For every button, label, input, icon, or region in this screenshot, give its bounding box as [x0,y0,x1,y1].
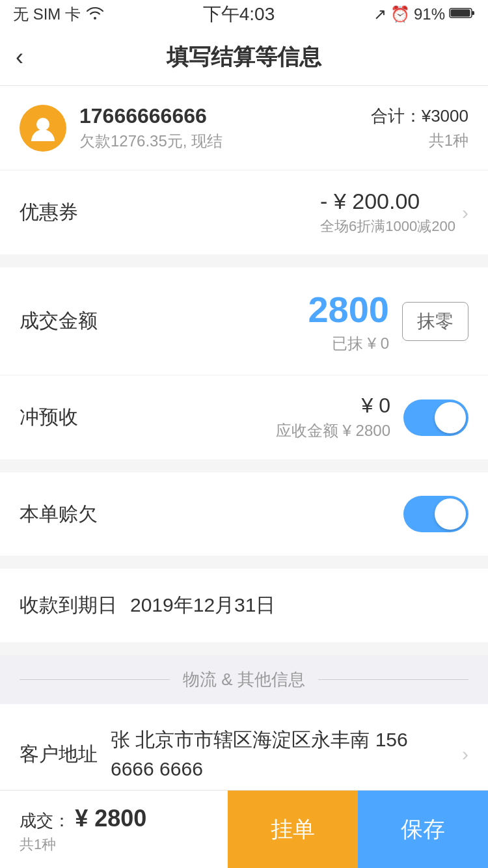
hold-button[interactable]: 挂单 [228,791,358,869]
user-total: 合计：¥3000 共1种 [371,105,468,151]
coupon-desc: 全场6折满1000减200 [320,217,455,236]
logistics-divider: 物流 & 其他信息 [0,655,488,704]
address-row[interactable]: 客户地址 张 北京市市辖区海淀区永丰南 156 6666 6666 › [0,704,488,804]
coupon-discount: - ¥ 200.00 [320,189,455,214]
due-date-value: 2019年12月31日 [130,592,275,619]
user-left: 17666666666 欠款1276.35元, 现结 [20,104,223,152]
precharge-toggle[interactable] [403,400,468,436]
precharge-row: 冲预收 ¥ 0 应收金额 ¥ 2800 [0,375,488,459]
credit-label: 本单赊欠 [20,501,98,528]
page-title: 填写结算等信息 [167,42,321,72]
status-left: 无 SIM 卡 [13,4,104,25]
amount-sub: 已抹 ¥ 0 [308,333,389,354]
address-chevron-icon: › [462,743,468,765]
precharge-value: ¥ 0 [276,394,390,418]
coupon-row[interactable]: 优惠券 - ¥ 200.00 全场6折满1000减200 › [0,170,488,254]
user-avatar-icon [29,114,57,142]
summary-amount: ¥ 2800 [75,805,146,832]
content: 17666666666 欠款1276.35元, 现结 合计：¥3000 共1种 … [0,86,488,868]
credit-toggle[interactable] [403,496,468,532]
battery-level: 91% [414,5,445,23]
alarm-icon: ⏰ [390,5,410,23]
bottom-summary-amount-row: 成交： ¥ 2800 [20,805,208,832]
save-button[interactable]: 保存 [358,791,488,869]
credit-toggle-thumb [435,498,466,530]
credit-row: 本单赊欠 [0,472,488,556]
bottom-summary: 成交： ¥ 2800 共1种 [0,805,228,854]
user-phone: 17666666666 [79,104,223,128]
user-debt: 欠款1276.35元, 现结 [79,131,223,152]
amount-right: 2800 已抹 ¥ 0 抹零 [308,288,468,354]
avatar [20,105,66,152]
wifi-icon [86,5,104,23]
summary-count: 共1种 [20,835,208,854]
address-value: 张 北京市市辖区海淀区永丰南 156 6666 6666 [98,725,462,783]
amount-label: 成交金额 [20,308,98,334]
due-date-row: 收款到期日 2019年12月31日 [0,569,488,642]
summary-label: 成交： [20,811,70,830]
amount-row: 成交金额 2800 已抹 ¥ 0 抹零 [0,267,488,375]
divider-line-right [318,679,468,680]
status-right: ↗ ⏰ 91% [373,5,475,23]
precharge-label: 冲预收 [20,404,78,431]
precharge-right: ¥ 0 应收金额 ¥ 2800 [276,394,468,441]
round-button[interactable]: 抹零 [402,302,468,341]
due-date-label: 收款到期日 [20,592,117,619]
user-section: 17666666666 欠款1276.35元, 现结 合计：¥3000 共1种 … [0,86,488,254]
total-count: 共1种 [371,130,468,151]
bottom-bar: 成交： ¥ 2800 共1种 挂单 保存 [0,790,488,868]
status-bar: 无 SIM 卡 下午4:03 ↗ ⏰ 91% [0,0,488,29]
carrier-label: 无 SIM 卡 [13,4,81,25]
total-label: 合计：¥3000 [371,105,468,128]
amount-value: 2800 [308,288,389,331]
coupon-label: 优惠券 [20,199,78,226]
user-row: 17666666666 欠款1276.35元, 现结 合计：¥3000 共1种 [0,86,488,170]
location-icon: ↗ [373,5,386,23]
user-info: 17666666666 欠款1276.35元, 现结 [79,104,223,152]
precharge-sub: 应收金额 ¥ 2800 [276,420,390,441]
address-label: 客户地址 [20,741,98,768]
chevron-right-icon: › [462,202,468,224]
amount-section: 成交金额 2800 已抹 ¥ 0 抹零 冲预收 ¥ 0 应收金额 ¥ 2800 [0,267,488,459]
svg-point-3 [36,118,49,131]
svg-rect-2 [451,10,470,17]
back-button[interactable]: ‹ [16,44,23,71]
status-time: 下午4:03 [203,2,275,27]
battery-icon [449,5,475,23]
nav-bar: ‹ 填写结算等信息 [0,29,488,86]
logistics-label: 物流 & 其他信息 [183,668,305,691]
toggle-thumb [435,402,466,433]
svg-rect-1 [472,11,474,15]
divider-line-left [20,679,170,680]
